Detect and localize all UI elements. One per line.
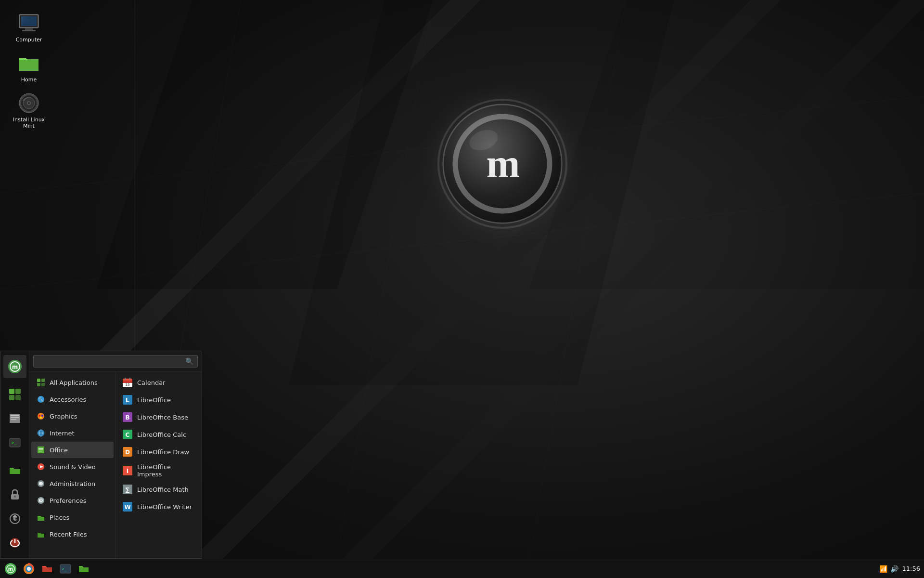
app-libreoffice-math-label: LibreOffice Math: [137, 486, 189, 493]
taskbar-terminal-button[interactable]: >_: [57, 560, 74, 578]
app-libreoffice-impress[interactable]: I LibreOffice Impress: [116, 460, 202, 481]
search-input-wrap[interactable]: 🔍: [33, 355, 198, 368]
start-content: All Applications 🔧 Accessories: [29, 372, 202, 558]
svg-rect-64: [38, 451, 42, 452]
app-libreoffice-calc[interactable]: C LibreOffice Calc: [116, 426, 202, 443]
svg-rect-32: [9, 395, 14, 400]
svg-point-26: [28, 102, 30, 104]
app-libreoffice-math[interactable]: ∑ LibreOffice Math: [116, 481, 202, 498]
taskbar-firefox-button[interactable]: [20, 560, 38, 578]
sidebar-update-button[interactable]: G: [3, 507, 26, 530]
svg-rect-21: [19, 60, 38, 71]
category-recent-files[interactable]: Recent Files: [31, 526, 114, 542]
svg-point-100: [27, 567, 31, 571]
desktop: m: [0, 0, 924, 578]
category-internet-label: Internet: [50, 430, 75, 437]
svg-text:∑: ∑: [126, 486, 130, 493]
app-libreoffice-draw-label: LibreOffice Draw: [137, 448, 189, 456]
app-libreoffice-base[interactable]: B LibreOffice Base: [116, 408, 202, 426]
home-icon-image: [17, 52, 40, 75]
svg-rect-40: [10, 469, 20, 474]
home-icon[interactable]: Home: [10, 50, 48, 85]
svg-rect-37: [11, 419, 16, 420]
app-libreoffice-draw[interactable]: D LibreOffice Draw: [116, 443, 202, 460]
sidebar-folder-button[interactable]: [3, 459, 26, 482]
svg-text:W: W: [124, 504, 130, 511]
svg-text:m: m: [12, 364, 18, 370]
app-libreoffice[interactable]: L LibreOffice: [116, 391, 202, 408]
volume-icon[interactable]: 🔊: [890, 565, 898, 573]
category-preferences-label: Preferences: [50, 497, 86, 504]
start-sidebar: m: [0, 351, 29, 558]
libreoffice-icon: L: [122, 394, 133, 406]
svg-point-72: [40, 500, 41, 501]
sidebar-mint-button[interactable]: m: [3, 355, 26, 378]
administration-icon: [36, 479, 46, 488]
category-sound-video[interactable]: Sound & Video: [31, 459, 114, 475]
svg-marker-0: [96, 0, 433, 289]
computer-icon[interactable]: Computer: [10, 10, 48, 45]
system-tray: 📶 🔊: [879, 565, 898, 573]
clock: 11:56: [902, 565, 920, 572]
sidebar-power-button[interactable]: [3, 531, 26, 554]
svg-text:🔧: 🔧: [38, 396, 44, 403]
svg-point-69: [40, 483, 42, 485]
svg-text:>_: >_: [62, 567, 67, 571]
svg-text:>_: >_: [12, 440, 17, 445]
install-icon-image: [17, 92, 40, 115]
category-graphics[interactable]: Graphics: [31, 408, 114, 424]
svg-rect-49: [41, 379, 45, 382]
category-places-label: Places: [50, 514, 69, 521]
svg-rect-20: [21, 16, 37, 26]
accessories-icon: 🔧: [36, 394, 46, 404]
svg-rect-31: [15, 389, 21, 394]
category-accessories[interactable]: 🔧 Accessories: [31, 391, 114, 407]
category-preferences[interactable]: Preferences: [31, 492, 114, 509]
taskbar-thunar-button[interactable]: [38, 560, 56, 578]
category-all-applications[interactable]: All Applications: [31, 374, 114, 391]
search-icon: 🔍: [185, 357, 193, 365]
category-all-applications-label: All Applications: [50, 379, 98, 386]
svg-rect-51: [41, 383, 45, 386]
category-internet[interactable]: Internet: [31, 425, 114, 441]
search-bar: 🔍: [29, 351, 202, 372]
svg-text:m: m: [8, 566, 13, 572]
network-icon[interactable]: 📶: [879, 565, 887, 573]
sidebar-lock-button[interactable]: [3, 483, 26, 506]
search-input[interactable]: [38, 358, 185, 365]
svg-rect-50: [37, 383, 40, 386]
all-apps-icon: [36, 378, 46, 387]
svg-text:D: D: [125, 449, 130, 456]
svg-rect-30: [9, 389, 14, 394]
category-recent-files-label: Recent Files: [50, 531, 87, 538]
graphics-icon: [36, 411, 46, 421]
home-icon-label: Home: [21, 77, 37, 83]
app-libreoffice-label: LibreOffice: [137, 396, 171, 404]
sidebar-files-button[interactable]: [3, 407, 26, 430]
app-calendar[interactable]: 15 Calendar: [116, 374, 202, 391]
sidebar-apps-button[interactable]: [3, 383, 26, 406]
taskbar-mint-button[interactable]: m: [2, 560, 19, 578]
internet-icon: [36, 428, 46, 438]
svg-rect-74: [38, 534, 44, 538]
svg-text:B: B: [125, 414, 129, 421]
apps-column: 15 Calendar L LibreOffice: [116, 372, 202, 558]
category-office[interactable]: Office: [31, 442, 114, 458]
svg-text:G: G: [13, 516, 16, 522]
svg-rect-101: [42, 567, 52, 572]
libreoffice-writer-icon: W: [122, 501, 133, 512]
start-menu: m: [0, 351, 202, 559]
category-administration[interactable]: Administration: [31, 475, 114, 492]
sidebar-terminal-button[interactable]: >_: [3, 431, 26, 454]
app-libreoffice-writer[interactable]: W LibreOffice Writer: [116, 498, 202, 515]
places-icon: [36, 512, 46, 522]
app-libreoffice-impress-label: LibreOffice Impress: [137, 463, 196, 478]
svg-rect-62: [38, 448, 43, 449]
category-places[interactable]: Places: [31, 509, 114, 525]
preferences-icon: [36, 496, 46, 505]
libreoffice-base-icon: B: [122, 411, 133, 423]
install-icon[interactable]: Install Linux Mint: [10, 90, 48, 131]
taskbar-folder-button[interactable]: [75, 560, 92, 578]
svg-rect-79: [129, 378, 130, 380]
svg-point-42: [14, 496, 16, 498]
